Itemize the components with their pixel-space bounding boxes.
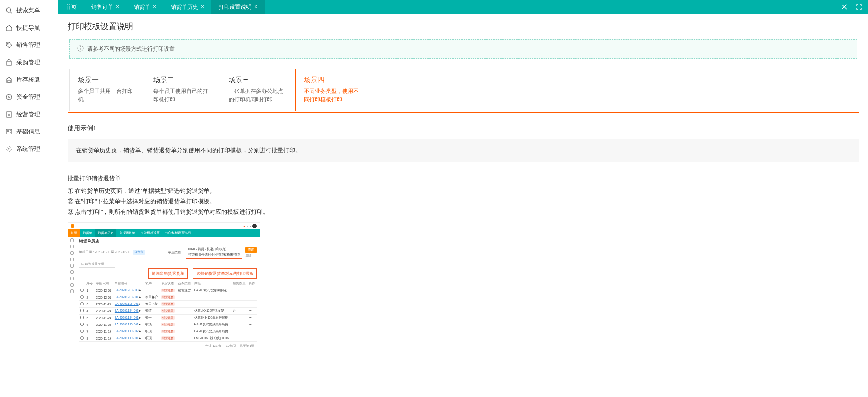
money-icon: ¥ [5, 93, 13, 101]
tabbar: 首页 销售订单 × 销货单 × 销货单历史 × 打印设置说明 × [58, 0, 868, 14]
close-icon[interactable]: × [153, 4, 156, 10]
step-title: 批量打印销货退货单 [68, 175, 859, 183]
sidebar-item-label: 搜索菜单 [16, 6, 40, 15]
tab-label: 打印设置说明 [219, 3, 251, 11]
mock-tab: 销货单 [80, 229, 95, 237]
section-heading: 使用示例1 [68, 124, 859, 133]
sidebar-item-label: 经营管理 [16, 110, 40, 119]
mock-table-row: 42020-11-24SA-20201124-003 ▸张情销货退货达康LNX1… [79, 308, 257, 315]
step-line: ③ 点击"打印"，则所有的销货退货单都使用销货退货单对应的模板进行打印。 [68, 208, 859, 216]
svg-point-15 [8, 148, 10, 150]
sidebar-item-label: 基础信息 [16, 128, 40, 136]
mock-date-badge: 自定义 [133, 250, 145, 255]
mock-query-button: 查询 [245, 247, 257, 253]
tag-icon [5, 41, 13, 49]
page-title: 打印模板设置说明 [68, 21, 859, 32]
sidebar-item-inventory[interactable]: 库存核算 [0, 71, 58, 88]
sidebar-item-label: 库存核算 [16, 76, 40, 84]
warehouse-icon [5, 76, 13, 83]
main: 首页 销售订单 × 销货单 × 销货单历史 × 打印设置说明 × 打印模 [58, 0, 868, 397]
sidebar-item-system[interactable]: 系统管理 [0, 140, 58, 158]
tab-label: 销货单 [134, 3, 150, 11]
mock-print-dropdown: 0020 - 销货 - 快递打印模版 打印机操作选用不同打印模板来打印 [186, 246, 242, 259]
mock-table-row: 22020-12-03SA-20201203-001 ▸等单客户销货退货⋯ [79, 294, 257, 301]
scenario-card-4[interactable]: 场景四 不同业务类型，使用不同打印模板打印 [295, 69, 371, 111]
gear-icon [5, 145, 13, 153]
description-box: 在销货单历史页，销货单、销货退货单分别使用不同的打印模板，分别进行批量打印。 [68, 139, 859, 162]
scenario-desc: 每个员工使用自己的打印机打印 [153, 87, 212, 103]
sidebar-item-label: 快捷导航 [16, 24, 40, 32]
embedded-screenshot: ● • • 首页 销货单 销货单历史 直接调拨单 打印模板设置 打印模板设置说明… [68, 222, 260, 352]
mock-tab: 直接调拨单 [116, 229, 138, 237]
svg-point-2 [7, 43, 8, 44]
mock-tab: 打印模板设置说明 [162, 229, 193, 237]
mock-table-row: 52020-11-24SA-20201124-001 ▸张一销货退货达康2K-H… [79, 315, 257, 321]
scenario-desc: 不同业务类型，使用不同打印模板打印 [304, 87, 362, 103]
scenario-title: 场景三 [229, 76, 287, 84]
mock-clear-button: 清除 [245, 254, 257, 258]
mock-tab: 销货单历史 [95, 229, 116, 237]
sidebar-item-label: 资金管理 [16, 93, 40, 101]
scenario-title: 场景一 [78, 76, 136, 84]
tab-label: 首页 [66, 3, 77, 11]
mock-filter-type: 单据类型 [166, 249, 183, 256]
id-icon [5, 128, 13, 135]
clipboard-icon [5, 111, 13, 118]
tab-sales-order[interactable]: 销售订单 × [84, 0, 126, 14]
sidebar-item-search[interactable]: 搜索菜单 [0, 2, 58, 19]
svg-point-0 [6, 8, 11, 12]
mock-title: 销货单历史 [79, 238, 257, 244]
svg-text:¥: ¥ [8, 95, 10, 99]
cards-underline [68, 112, 859, 113]
sidebar-item-finance[interactable]: ¥ 资金管理 [0, 88, 58, 106]
hint-box: 请参考不同的场景方式进行打印设置 [69, 39, 857, 59]
scenario-title: 场景二 [153, 76, 212, 84]
mock-callout-template: 选择销货退货单对应的打印模版 [193, 268, 257, 279]
sidebar-item-basicinfo[interactable]: 基础信息 [0, 123, 58, 140]
tab-home[interactable]: 首页 [58, 0, 84, 14]
mock-avatar-icon [252, 224, 257, 228]
scenario-title: 场景四 [304, 76, 362, 84]
sidebar-item-purchase[interactable]: 采购管理 [0, 54, 58, 71]
tab-label: 销售订单 [91, 3, 113, 11]
svg-rect-4 [8, 80, 10, 82]
scenario-card-1[interactable]: 场景一 多个员工共用一台打印机 [69, 69, 145, 111]
sidebar-item-label: 系统管理 [16, 145, 40, 153]
mock-table-row: 72020-11-19SA-20201119-002 ▸帐顶销货退货H&M1款式… [79, 328, 257, 335]
step-line: ① 在销货单历史页面，通过"单据类型"筛选销货退货单。 [68, 187, 859, 195]
svg-line-1 [10, 12, 12, 13]
search-icon [5, 7, 13, 14]
tabbar-actions [839, 0, 868, 14]
mock-table-row: 62020-11-20SA-20201120-001 ▸帐顶销货退货H&M1款式… [79, 321, 257, 328]
sidebar-item-quicknav[interactable]: 快捷导航 [0, 19, 58, 36]
scenario-cards: 场景一 多个员工共用一台打印机 场景二 每个员工使用自己的打印机打印 场景三 一… [68, 69, 859, 111]
sidebar-item-label: 销售管理 [16, 41, 40, 49]
tab-print-settings[interactable]: 打印设置说明 × [211, 0, 265, 14]
step-line: ② 在"打印"下拉菜单中选择对应的销货退货单打印模板。 [68, 198, 859, 206]
mock-footer-total: 合计 122 条 [205, 344, 221, 348]
sidebar-item-sales[interactable]: 销售管理 [0, 36, 58, 54]
close-icon[interactable]: × [254, 4, 257, 10]
scenario-desc: 一张单据在多办公地点的打印机同时打印 [229, 87, 287, 103]
content: 打印模板设置说明 请参考不同的场景方式进行打印设置 场景一 多个员工共用一台打印… [58, 14, 868, 397]
svg-point-12 [7, 131, 9, 132]
sidebar-item-operation[interactable]: 经营管理 [0, 106, 58, 123]
tab-label: 销货单历史 [171, 3, 198, 11]
mock-footer-pager: 10条/页，跳至第1页 [226, 344, 254, 348]
scenario-card-2[interactable]: 场景二 每个员工使用自己的打印机打印 [145, 69, 220, 111]
svg-point-19 [80, 46, 80, 47]
fullscreen-icon[interactable] [853, 1, 864, 12]
home-icon [5, 24, 13, 31]
mock-logo-icon [71, 224, 74, 228]
close-icon[interactable]: × [201, 4, 204, 10]
mock-tab: 首页 [68, 229, 80, 237]
close-all-icon[interactable] [839, 1, 850, 12]
mock-table-row: 12020-12-03SA-20201203-003 ▸销货退货销售退货H&M1… [79, 287, 257, 294]
tab-sales-bill[interactable]: 销货单 × [126, 0, 163, 14]
mock-tab: 打印模板设置 [138, 229, 162, 237]
scenario-card-3[interactable]: 场景三 一张单据在多办公地点的打印机同时打印 [220, 69, 296, 111]
close-icon[interactable]: × [116, 4, 119, 10]
tab-sales-history[interactable]: 销货单历史 × [163, 0, 211, 14]
mock-table-row: 32020-11-25SA-20201125-001 ▸每日上架销货退货⋯ [79, 301, 257, 308]
mock-project-select: ☑ 请选择业务员 [79, 261, 115, 268]
